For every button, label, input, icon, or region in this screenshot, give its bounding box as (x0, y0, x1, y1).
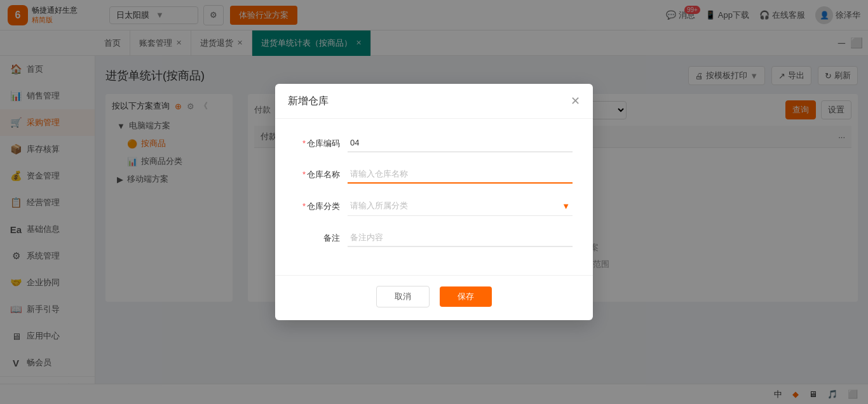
warehouse-code-label: *仓库编码 (295, 138, 340, 149)
warehouse-category-select[interactable]: 请输入所属分类 ▼ (348, 196, 573, 216)
category-dropdown-icon: ▼ (562, 201, 570, 211)
cancel-button[interactable]: 取消 (376, 286, 430, 307)
warehouse-code-row: *仓库编码 (295, 134, 573, 152)
modal-overlay: 新增仓库 ✕ *仓库编码 *仓库名称 *仓库分类 (0, 0, 868, 404)
warehouse-category-row: *仓库分类 请输入所属分类 ▼ (295, 196, 573, 216)
warehouse-name-row: *仓库名称 (295, 165, 573, 184)
add-warehouse-modal: 新增仓库 ✕ *仓库编码 *仓库名称 *仓库分类 (275, 84, 593, 320)
warehouse-name-label: *仓库名称 (295, 169, 340, 180)
modal-footer: 取消 保存 (275, 275, 593, 320)
save-button[interactable]: 保存 (440, 286, 492, 307)
warehouse-category-label: *仓库分类 (295, 201, 340, 212)
warehouse-remark-label: 备注 (295, 232, 340, 244)
modal-title: 新增仓库 (288, 95, 329, 108)
warehouse-name-input[interactable] (348, 165, 573, 184)
warehouse-remark-row: 备注 (295, 229, 573, 247)
modal-header: 新增仓库 ✕ (275, 84, 593, 119)
warehouse-remark-input[interactable] (348, 229, 573, 247)
category-placeholder: 请输入所属分类 (350, 200, 562, 212)
modal-close-icon[interactable]: ✕ (571, 94, 580, 108)
modal-body: *仓库编码 *仓库名称 *仓库分类 请输入所属分类 ▼ (275, 119, 593, 275)
warehouse-code-input[interactable] (348, 134, 573, 152)
